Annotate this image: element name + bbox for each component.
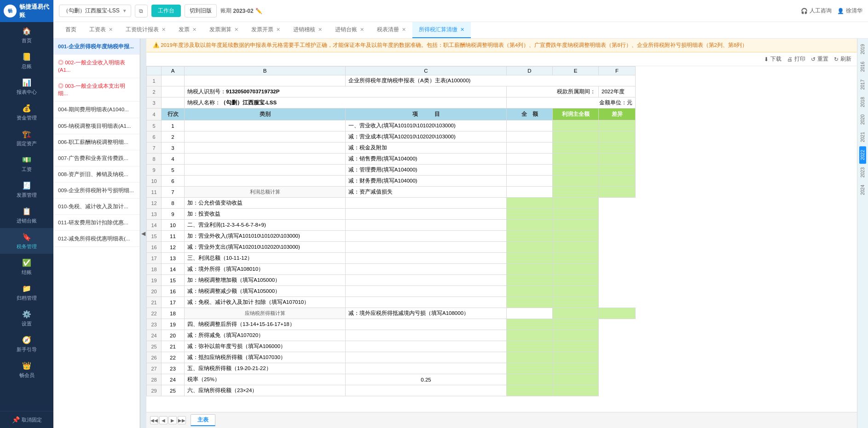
list-item-011[interactable]: 011-研发费用加计扣除优惠... [53, 215, 139, 231]
cell-14-profit[interactable] [507, 275, 553, 286]
cell-5-profit[interactable] [553, 176, 599, 187]
cell-2-profit[interactable] [553, 143, 599, 154]
cell-1-profit[interactable] [553, 131, 599, 143]
list-item-001[interactable]: 001-企业所得税年度纳税申报... [53, 39, 139, 55]
timeline-year-2019[interactable]: 2019 [859, 40, 866, 58]
tab-close-sales-check[interactable]: ✕ [318, 27, 322, 33]
cell-21-diff[interactable] [553, 352, 599, 363]
tab-close-invoice-calc[interactable]: ✕ [234, 27, 238, 33]
cell-4-amount[interactable] [507, 165, 553, 176]
tab-tax-clear[interactable]: 税表清册✕ [370, 22, 412, 38]
tab-close-invoice[interactable]: ✕ [192, 27, 197, 33]
service-button[interactable]: 🎧 人工咨询 [801, 7, 832, 15]
list-item-002[interactable]: ◎ 002-一般企业收入明细表(A1... [53, 55, 139, 78]
timeline-year-2016[interactable]: 2016 [859, 58, 866, 75]
sidebar-item-archive-mgmt[interactable]: 📁 归档管理 [0, 280, 53, 305]
cell-5-diff[interactable] [599, 176, 636, 187]
period-edit-icon[interactable]: ✏️ [255, 8, 262, 14]
cell-24-diff[interactable] [553, 385, 599, 396]
list-item-009[interactable]: 009-企业所得税附补亏损明细... [53, 183, 139, 199]
cell-22-diff[interactable] [553, 363, 599, 374]
sheet-forward-button[interactable]: ▶ [168, 416, 177, 424]
cell-13-diff[interactable] [553, 264, 599, 275]
cell-17-profit[interactable] [553, 308, 599, 319]
cell-16-profit[interactable] [507, 297, 553, 308]
cell-12-amount[interactable] [346, 253, 507, 264]
sidebar-item-settlement[interactable]: ✅ 结账 [0, 254, 53, 280]
cell-3-amount[interactable] [507, 154, 553, 165]
sidebar-item-fixed-assets[interactable]: 🏗️ 固定资产 [0, 125, 53, 151]
company-selector[interactable]: （勾删）江西服宝-LSS ▼ [59, 5, 131, 17]
timeline-year-2023[interactable]: 2023 [859, 164, 866, 181]
list-item-003[interactable]: ◎ 003-一般企业成本支出明细... [53, 78, 139, 102]
tab-sales-ledger-tab[interactable]: 进销台账✕ [329, 22, 370, 38]
list-item-007[interactable]: 007-广告费和业务宣传费跌... [53, 150, 139, 166]
cell-3-profit[interactable] [553, 154, 599, 165]
tab-sales-check[interactable]: 进销稽核✕ [287, 22, 329, 38]
cell-19-profit[interactable] [507, 330, 553, 341]
cell-0-diff[interactable] [599, 120, 636, 131]
cell-18-diff[interactable] [553, 319, 599, 330]
cell-7-diff[interactable] [553, 198, 599, 209]
user-profile[interactable]: 👤 徐清华 [837, 7, 862, 15]
timeline-year-2018[interactable]: 2018 [859, 93, 866, 111]
cell-20-amount[interactable] [346, 341, 507, 352]
sidebar-item-sales-ledger[interactable]: 📋 进销台账 [0, 202, 53, 228]
cell-12-diff[interactable] [553, 253, 599, 264]
cell-19-amount[interactable] [346, 330, 507, 341]
cell-23-profit[interactable] [507, 374, 553, 385]
tab-close-tax-clear[interactable]: ✕ [402, 27, 406, 33]
timeline-year-2021[interactable]: 2021 [859, 128, 866, 146]
sheet-back-button[interactable]: ◀ [159, 416, 168, 424]
cell-4-diff[interactable] [599, 165, 636, 176]
refresh-button[interactable]: ↻ 刷新 [834, 55, 851, 63]
cell-15-amount[interactable] [346, 286, 507, 297]
cell-18-amount[interactable] [346, 319, 507, 330]
cell-5-amount[interactable] [507, 176, 553, 187]
cell-3-diff[interactable] [599, 154, 636, 165]
cell-18-profit[interactable] [507, 319, 553, 330]
list-item-010[interactable]: 010-免税、减计收入及加计... [53, 199, 139, 215]
cell-1-diff[interactable] [599, 131, 636, 143]
workbench-button[interactable]: 工作台 [151, 5, 181, 17]
cell-9-diff[interactable] [553, 220, 599, 231]
cell-6-diff[interactable] [599, 187, 636, 198]
copy-button[interactable]: ⧉ [135, 5, 148, 17]
cell-9-amount[interactable] [346, 220, 507, 231]
cell-8-amount[interactable] [346, 209, 507, 220]
cell-0-profit[interactable] [553, 120, 599, 131]
cell-17-amount[interactable] [507, 308, 553, 319]
cell-10-amount[interactable] [346, 231, 507, 242]
sidebar-item-settings[interactable]: ⚙️ 设置 [0, 305, 53, 331]
cell-24-amount[interactable] [346, 385, 507, 396]
list-item-004[interactable]: 004-期间费用明细表(A1040... [53, 102, 139, 118]
cell-7-profit[interactable] [507, 198, 553, 209]
cell-14-diff[interactable] [553, 275, 599, 286]
cell-16-amount[interactable] [346, 297, 507, 308]
list-item-012[interactable]: 012-减免所得税优惠明细表(... [53, 231, 139, 247]
cell-15-diff[interactable] [553, 286, 599, 297]
cell-16-diff[interactable] [553, 297, 599, 308]
cell-23-amount[interactable]: 0.25 [346, 374, 507, 385]
cell-7-amount[interactable] [346, 198, 507, 209]
timeline-year-2017[interactable]: 2017 [859, 76, 866, 93]
spreadsheet-wrapper[interactable]: ABCDEF1企业所得税年度纳税申报表（A类）主表(A100000)2纳税人识别… [146, 66, 857, 412]
cell-11-profit[interactable] [507, 242, 553, 253]
cell-6-profit[interactable] [553, 187, 599, 198]
download-button[interactable]: ⬇ 下载 [764, 55, 781, 63]
tab-income-tax[interactable]: 所得税汇算清缴✕ [412, 22, 471, 38]
cell-21-amount[interactable] [346, 352, 507, 363]
cell-15-profit[interactable] [507, 286, 553, 297]
tab-home[interactable]: 首页 [59, 22, 83, 38]
sidebar-item-tax-mgmt[interactable]: 🔖 税务管理 [0, 228, 53, 254]
sheet-tab-main[interactable]: 主表 [191, 414, 215, 426]
sidebar-item-invoice-mgmt[interactable]: 🧾 发票管理 [0, 177, 53, 202]
timeline-year-2020[interactable]: 2020 [859, 111, 866, 128]
cell-2-amount[interactable] [507, 143, 553, 154]
cell-14-amount[interactable] [346, 275, 507, 286]
list-item-008[interactable]: 008-资产折旧、摊销及纳税... [53, 166, 139, 183]
sidebar-item-new-guide[interactable]: 🧭 新手引导 [0, 331, 53, 357]
cell-17-diff[interactable] [599, 308, 636, 319]
tab-close-invoice-open[interactable]: ✕ [276, 27, 280, 33]
tab-close-income-tax[interactable]: ✕ [460, 27, 464, 33]
